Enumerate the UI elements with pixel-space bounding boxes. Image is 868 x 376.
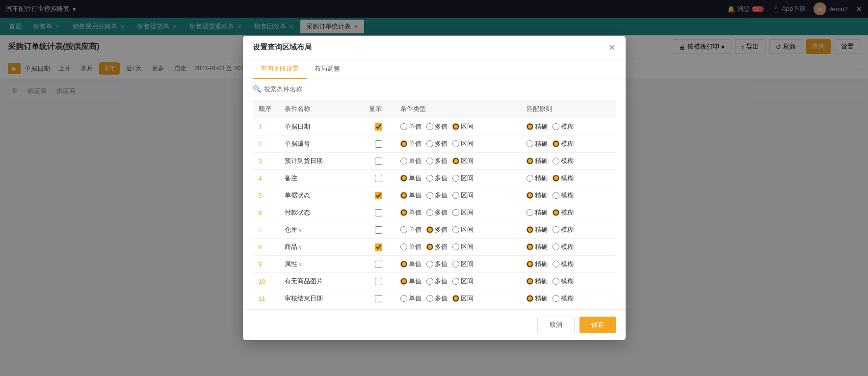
dialog-tabs: 查询字段设置 布局调整 (243, 59, 626, 79)
dialog-header: 设置查询区域布局 ✕ (243, 36, 626, 59)
dialog-search-area: 🔍 (243, 79, 626, 100)
header-match: 匹配原则 (521, 100, 615, 104)
settings-dialog: 设置查询区域布局 ✕ 查询字段设置 布局调整 🔍 (243, 36, 626, 104)
search-input[interactable] (264, 85, 342, 93)
search-box: 🔍 (253, 85, 351, 96)
header-display: 显示 (363, 100, 395, 104)
header-order: 顺序 (253, 100, 279, 104)
search-icon: 🔍 (253, 85, 261, 93)
tab-layout-adjust[interactable]: 布局调整 (307, 59, 348, 79)
modal-overlay: 设置查询区域布局 ✕ 查询字段设置 布局调整 🔍 (0, 0, 868, 104)
dialog-close-button[interactable]: ✕ (608, 43, 616, 52)
dialog-title: 设置查询区域布局 (253, 43, 312, 52)
tab-query-fields[interactable]: 查询字段设置 (253, 59, 307, 79)
conditions-table: 顺序 条件名称 显示 条件类型 匹配原则 (253, 100, 616, 104)
header-type: 条件类型 (395, 100, 521, 104)
header-name: 条件名称 (279, 100, 363, 104)
settings-table: 顺序 条件名称 显示 条件类型 匹配原则 (253, 100, 616, 104)
table-header: 顺序 条件名称 显示 条件类型 匹配原则 (253, 100, 616, 104)
